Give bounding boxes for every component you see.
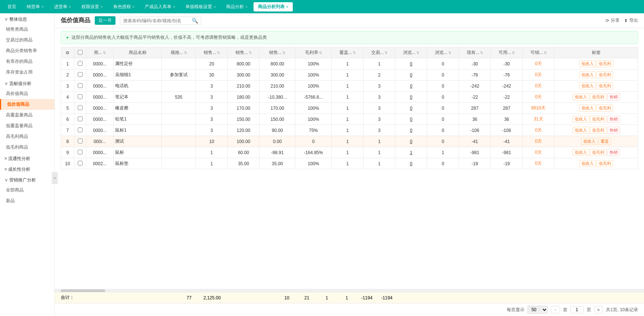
col-sales-qty[interactable]: 销售...⇅: [196, 47, 228, 58]
nav-purchase-order[interactable]: 进货单 ×: [50, 2, 76, 11]
sidebar-item-low-margin[interactable]: 低毛利商品: [0, 142, 54, 153]
time-filter-button[interactable]: 近一月: [95, 16, 115, 25]
row-tags-cell: 低收入低毛利: [554, 103, 638, 114]
col-browse2[interactable]: 浏览...⇅: [427, 47, 459, 58]
share-button[interactable]: ⟳ 分享: [606, 17, 620, 24]
nav-sales-order[interactable]: 销货单 ×: [22, 2, 48, 11]
col-spec[interactable]: 规格...⇅: [161, 47, 195, 58]
search-input[interactable]: [123, 18, 189, 23]
col-sales-profit[interactable]: 销售...⇅: [259, 47, 295, 58]
col-coverage[interactable]: 覆盖...⇅: [332, 47, 363, 58]
search-icon[interactable]: 🔍: [192, 18, 198, 24]
nav-product-analysis-list[interactable]: 商品分析列表 ×: [254, 2, 293, 11]
row-transaction-cell: 3: [363, 92, 395, 103]
sidebar-item-all-products[interactable]: 全部商品: [0, 185, 54, 196]
col-code[interactable]: 商...⇅: [86, 47, 114, 58]
sidebar-section-marketing[interactable]: ∨ 营销推广分析: [0, 174, 54, 185]
sidebar-item-high-value[interactable]: 高价值商品: [0, 88, 54, 99]
col-gross-margin[interactable]: 毛利率⇅: [295, 47, 332, 58]
row-checkbox[interactable]: [78, 72, 83, 77]
row-sales-qty-cell: 1: [196, 158, 228, 169]
row-current-stock-cell: -41: [459, 136, 491, 147]
sidebar-item-sales-products[interactable]: 销售类商品: [0, 24, 54, 35]
row-sales-amount-cell: 120.00: [228, 125, 259, 136]
sidebar-item-low-coverage[interactable]: 低覆盖量商品: [0, 120, 54, 131]
row-checkbox[interactable]: [78, 128, 83, 132]
col-sales-amount[interactable]: 销售...⇅: [228, 47, 259, 58]
sidebar-section-growth[interactable]: > 成长性分析: [0, 163, 54, 174]
browse-link[interactable]: 0: [410, 117, 412, 122]
sidebar-item-category-sales-rate[interactable]: 商品分类销售率: [0, 45, 54, 56]
nav-product-warehousing[interactable]: 产成品入库单 ×: [140, 2, 180, 11]
settings-icon[interactable]: ⚙: [66, 50, 70, 55]
sidebar-item-high-margin[interactable]: 高毛利商品: [0, 131, 54, 142]
sidebar-item-inventory-capital[interactable]: 库存资金占用: [0, 67, 54, 78]
row-checkbox[interactable]: [78, 116, 83, 121]
row-checkbox[interactable]: [78, 83, 83, 88]
row-transaction-cell: 2: [363, 69, 395, 81]
browse-link[interactable]: 0: [410, 106, 412, 111]
col-transaction[interactable]: 交易...⇅: [363, 47, 395, 58]
row-check-cell: [74, 125, 86, 136]
close-icon[interactable]: ×: [69, 5, 71, 9]
select-all-checkbox[interactable]: [78, 50, 83, 55]
browse-link[interactable]: 1: [410, 150, 412, 155]
horizontal-scrollbar[interactable]: [55, 289, 644, 292]
row-checkbox[interactable]: [78, 94, 83, 99]
nav-home[interactable]: 首页: [3, 2, 21, 11]
sidebar-section-overall[interactable]: ∨ 整体信息: [0, 13, 54, 24]
browse-link[interactable]: 0: [410, 128, 412, 133]
col-settings[interactable]: ⚙: [61, 47, 74, 58]
close-icon[interactable]: ×: [101, 5, 103, 9]
nav-permissions[interactable]: 权限设置 ×: [77, 2, 107, 11]
row-check-cell: [74, 114, 86, 125]
nav-product-analysis[interactable]: 商品分析 ×: [222, 2, 252, 11]
col-available[interactable]: 可用...⇅: [491, 47, 523, 58]
sidebar-item-low-value[interactable]: 低价值商品: [0, 99, 54, 110]
row-browse2-cell: 0: [427, 103, 459, 114]
col-saleable[interactable]: 可销...⇅: [523, 47, 554, 58]
first-page-button[interactable]: «: [551, 306, 560, 313]
nav-template-settings[interactable]: 单据模板设置 ×: [181, 2, 220, 11]
row-checkbox[interactable]: [78, 150, 83, 154]
browse-link[interactable]: 0: [410, 161, 412, 166]
next-page-button[interactable]: »: [594, 306, 603, 313]
browse-link[interactable]: 0: [410, 139, 412, 144]
browse-link[interactable]: 0: [410, 84, 412, 89]
export-button[interactable]: ⬆ 导出: [624, 17, 638, 24]
row-checkbox[interactable]: [78, 61, 83, 66]
row-spec-cell: [161, 81, 195, 92]
col-browse1[interactable]: 浏览...⇅: [395, 47, 427, 58]
close-icon[interactable]: ×: [173, 5, 175, 9]
close-icon[interactable]: ×: [245, 5, 248, 9]
row-checkbox[interactable]: [78, 105, 83, 110]
row-saleable-cell: 0天: [523, 69, 554, 81]
sidebar-item-new-products[interactable]: 新品: [0, 196, 54, 206]
row-current-stock-cell: -106: [459, 125, 491, 136]
row-gross-margin-cell: 100%: [295, 69, 332, 81]
sidebar-section-contribution[interactable]: ∨ 贡献值分析: [0, 78, 54, 88]
per-page-select[interactable]: 50 100 200: [527, 306, 548, 314]
nav-role-auth[interactable]: 角色授权 ×: [109, 2, 139, 11]
sidebar-item-stocked-products[interactable]: 有库存的商品: [0, 56, 54, 67]
close-icon[interactable]: ×: [286, 5, 288, 9]
row-checkbox[interactable]: [78, 139, 83, 143]
close-icon[interactable]: ×: [41, 5, 44, 9]
search-box: 🔍: [120, 17, 201, 25]
sidebar-item-traded-products[interactable]: 交易过的商品: [0, 35, 54, 45]
sidebar-collapse-button[interactable]: «: [52, 172, 58, 184]
col-current-stock[interactable]: 现有...⇅: [459, 47, 491, 58]
close-icon[interactable]: ×: [133, 5, 135, 9]
browse-link[interactable]: 0: [410, 72, 412, 78]
sidebar-section-circulation[interactable]: > 流通性分析: [0, 153, 54, 163]
close-icon[interactable]: ×: [214, 5, 216, 9]
row-checkbox[interactable]: [78, 161, 83, 166]
row-check-cell: [74, 92, 86, 103]
sidebar-item-high-coverage[interactable]: 高覆盖量商品: [0, 110, 54, 120]
row-saleable-cell: 0天: [523, 158, 554, 169]
row-available-cell: -30: [491, 58, 523, 69]
page-number-input[interactable]: [570, 306, 584, 313]
tag: 低收入: [579, 105, 596, 112]
browse-link[interactable]: 0: [410, 61, 412, 67]
browse-link[interactable]: 0: [410, 95, 412, 100]
